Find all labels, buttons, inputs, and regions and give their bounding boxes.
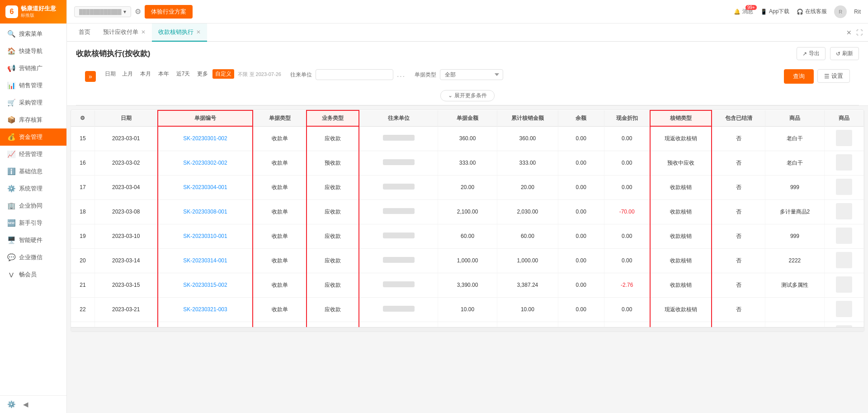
filter-last-month[interactable]: 上月 (119, 69, 136, 79)
docno-link[interactable]: SK-20230310-001 (183, 233, 227, 239)
table-area: ⚙ 日期 单据编号 单据类型 业务类型 往来单位 单据金额 累计核销金额 余额 … (71, 109, 864, 332)
col-header-docno[interactable]: 单据编号 (158, 110, 253, 126)
cell-goodsimg (824, 297, 863, 322)
cell-goods: 999 (765, 175, 825, 199)
cell-balance: 0.00 (558, 248, 604, 273)
system-icon: ⚙️ (7, 185, 15, 193)
docno-link[interactable]: SK-20230321-003 (183, 306, 227, 313)
col-header-partner[interactable]: 往来单位 (359, 110, 438, 126)
sales-icon: 📊 (7, 81, 15, 90)
filter-this-year[interactable]: 本年 (156, 69, 172, 79)
tab-verify-close[interactable]: ✕ (196, 29, 201, 35)
docno-link[interactable]: SK-20230302-002 (183, 160, 227, 166)
filter-7-days[interactable]: 近7天 (174, 69, 193, 79)
tab-verify[interactable]: 收款核销执行 ✕ (152, 24, 207, 42)
filter-partner-label: 往来单位 (290, 71, 312, 79)
sidebar-item-member[interactable]: V 畅会员 (0, 266, 66, 283)
gear-icon[interactable]: ⚙ (135, 7, 141, 16)
cell-incl: 否 (712, 273, 765, 297)
cell-partner (359, 322, 438, 327)
sidebar-item-operation[interactable]: 📈 经营管理 (0, 146, 66, 163)
plan-dropdown[interactable]: ████████████ ▾ (74, 6, 131, 17)
sidebar-item-wechat[interactable]: 💬 企业微信 (0, 249, 66, 266)
col-header-biztype[interactable]: 业务类型 (307, 110, 359, 126)
col-header-doctype[interactable]: 单据类型 (253, 110, 307, 126)
filter-expand-button[interactable]: » (85, 71, 96, 82)
filter-date-group: 日期 上月 本月 本年 近7天 更多 自定义 不限 至 2023-07-26 (105, 69, 281, 79)
docno-link[interactable]: SK-20230314-001 (183, 257, 227, 264)
col-header-incl[interactable]: 包含已结清 (712, 110, 765, 126)
table-scroll[interactable]: ⚙ 日期 单据编号 单据类型 业务类型 往来单位 单据金额 累计核销金额 余额 … (71, 110, 864, 327)
col-header-goods[interactable]: 商品 (765, 110, 825, 126)
goods-image-placeholder (836, 228, 852, 244)
operation-icon: 📈 (7, 150, 15, 158)
export-button[interactable]: ↗ 导出 (797, 47, 826, 60)
settings-col-icon[interactable]: ⚙ (80, 115, 85, 121)
sidebar-item-hardware[interactable]: 🖥️ 智能硬件 (0, 232, 66, 249)
logo-title: 畅康道好生意 (21, 5, 56, 13)
settings-bottom-icon[interactable]: ⚙️ (7, 400, 16, 408)
refresh-button[interactable]: ↺ 刷新 (830, 47, 859, 60)
table-row: 15 2023-03-01 SK-20230301-002 收款单 应收款 36… (71, 126, 864, 151)
docno-link[interactable]: SK-20230301-002 (183, 135, 227, 142)
filter-doctype-select[interactable]: 全部 收款单 红字收款单 (440, 69, 503, 80)
col-header-date[interactable]: 日期 (94, 110, 157, 126)
expand-more-button[interactable]: ⌄ 展开更多条件 (440, 90, 494, 101)
notification-button[interactable]: 🔔 消息 99+ (734, 8, 753, 15)
col-header-balance[interactable]: 余额 (558, 110, 604, 126)
col-header-verified[interactable]: 累计核销金额 (497, 110, 558, 126)
col-header-cashdisc[interactable]: 现金折扣 (604, 110, 650, 126)
basic-icon: ℹ️ (7, 167, 15, 176)
sidebar-item-finance[interactable]: 💰 资金管理 (0, 128, 66, 146)
cell-date: 2023-03-15 (94, 273, 157, 297)
tab-prepay-close[interactable]: ✕ (141, 29, 146, 35)
cell-doctype: 收款单 (253, 322, 307, 327)
sidebar-item-sales[interactable]: 📊 销售管理 (0, 77, 66, 94)
cell-goods: 测试多属性 (765, 273, 825, 297)
cell-verified: 1.00 (497, 322, 558, 327)
app-label: App下载 (769, 8, 789, 15)
app-download-button[interactable]: 📱 App下载 (760, 8, 789, 15)
tab-home[interactable]: 首页 (72, 24, 97, 42)
docno-link[interactable]: SK-20230304-001 (183, 184, 227, 190)
tab-prepay[interactable]: 预计应收付单 ✕ (97, 24, 152, 42)
sidebar-item-search[interactable]: 🔍 搜索菜单 (0, 25, 66, 43)
filter-partner-input[interactable] (316, 69, 393, 80)
settings-icon: ☰ (824, 73, 830, 80)
col-header-amount[interactable]: 单据金额 (438, 110, 497, 126)
topbar-right: 🔔 消息 99+ 📱 App下载 🎧 在线客服 R Rit (734, 5, 861, 18)
page-header: 收款核销执行(按收款) ↗ 导出 ↺ 刷新 » 日期 (67, 42, 868, 106)
sidebar-item-system[interactable]: ⚙️ 系统管理 (0, 180, 66, 197)
sidebar-item-label: 采购管理 (19, 99, 42, 107)
filter-more-dates[interactable]: 更多 (194, 69, 211, 79)
sidebar-item-basic[interactable]: ℹ️ 基础信息 (0, 163, 66, 180)
filter-partner-group: 往来单位 ... (290, 69, 406, 80)
sidebar-item-marketing[interactable]: 📢 营销推广 (0, 60, 66, 77)
cell-vertype: 收款核销 (650, 273, 712, 297)
cell-verified: 360.00 (497, 126, 558, 151)
cell-vertype: 现返收款核销 (650, 297, 712, 322)
solution-button[interactable]: 体验行业方案 (145, 5, 193, 19)
avatar[interactable]: R (834, 5, 847, 18)
sidebar-item-guide[interactable]: 🆕 新手引导 (0, 214, 66, 232)
col-header-vertype[interactable]: 核销类型 (650, 110, 712, 126)
docno-link[interactable]: SK-20230308-001 (183, 209, 227, 215)
tabs-actions: ✕ ⛶ (846, 29, 863, 36)
online-service-button[interactable]: 🎧 在线客服 (797, 8, 827, 15)
sidebar-item-inventory[interactable]: 📦 库存核算 (0, 111, 66, 128)
settings-button[interactable]: ☰ 设置 (817, 69, 850, 83)
col-header-goodsimg[interactable]: 商品 (824, 110, 863, 126)
sidebar-item-purchase[interactable]: 🛒 采购管理 (0, 94, 66, 111)
horizontal-scrollbar[interactable] (71, 327, 864, 332)
cell-cashdisc: 0.00 (604, 248, 650, 273)
filter-this-month[interactable]: 本月 (137, 69, 154, 79)
sidebar-item-enterprise[interactable]: 🏢 企业协同 (0, 197, 66, 214)
sidebar-item-quick-nav[interactable]: 🏠 快捷导航 (0, 43, 66, 60)
cell-amount: 20.00 (438, 175, 497, 199)
docno-link[interactable]: SK-20230315-002 (183, 282, 227, 288)
query-button[interactable]: 查询 (784, 69, 814, 84)
tab-close-all-icon[interactable]: ✕ (846, 29, 852, 36)
tab-maximize-icon[interactable]: ⛶ (856, 29, 863, 36)
filter-custom[interactable]: 自定义 (212, 69, 234, 79)
collapse-icon[interactable]: ◀ (23, 400, 28, 408)
